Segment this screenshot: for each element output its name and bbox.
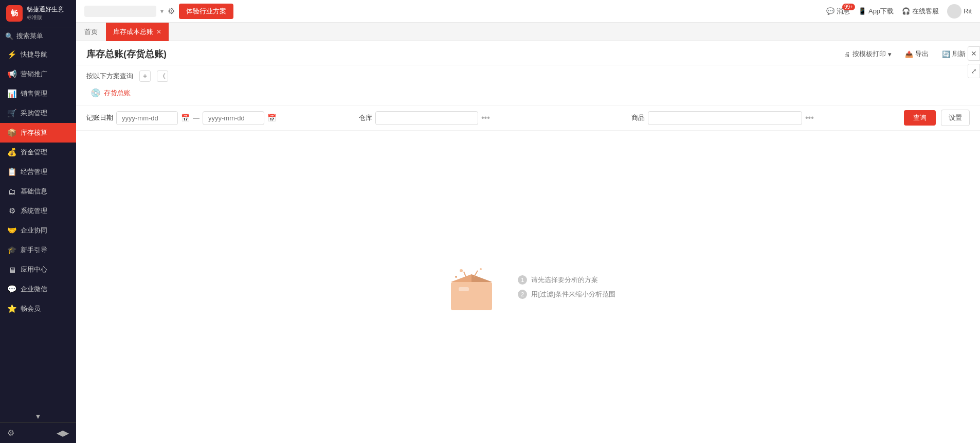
sidebar-item-basic[interactable]: 🗂 基础信息 [0, 182, 76, 201]
wechat-icon: 💬 [7, 285, 16, 294]
sidebar-item-purchase[interactable]: 🛒 采购管理 [0, 103, 76, 123]
date-label: 记账日期 [86, 113, 113, 122]
product-input[interactable] [648, 111, 802, 125]
expand-panel-btn[interactable]: ⤢ [968, 64, 980, 78]
date-from-calendar-icon[interactable]: 📅 [181, 114, 190, 122]
product-field-group: 商品 ••• [631, 111, 899, 125]
product-label: 商品 [631, 113, 645, 122]
sidebar-item-corp[interactable]: 🤝 企业协同 [0, 221, 76, 240]
phone-icon: 📱 [858, 7, 866, 15]
sidebar-item-label: 营销推广 [21, 69, 47, 79]
refresh-label: 刷新 [952, 49, 966, 59]
close-panel-btn[interactable]: ✕ [968, 46, 980, 61]
logo-text-block: 畅捷通好生意 标准版 [27, 6, 64, 21]
sidebar-item-label: 企业协同 [21, 226, 47, 235]
corp-icon: 🤝 [7, 226, 16, 235]
date-from-input[interactable] [116, 111, 178, 125]
user-menu[interactable]: Rit [947, 4, 972, 19]
online-service-action[interactable]: 🎧 在线客服 [902, 7, 939, 16]
filter-collapse-btn[interactable]: 《 [157, 70, 168, 82]
filter-schemes-row: 💿 存货总账 [86, 86, 970, 100]
date-field-group: 记账日期 📅 — 📅 [86, 111, 354, 125]
tab-inventory-ledger[interactable]: 库存成本总账 ✕ [106, 23, 169, 41]
sidebar-item-label: 新手引导 [21, 245, 47, 255]
industry-btn[interactable]: 体验行业方案 [179, 4, 233, 19]
sidebar-item-finance[interactable]: 💰 资金管理 [0, 143, 76, 162]
chevron-down-icon[interactable]: ▾ [160, 8, 164, 15]
product-more-btn[interactable]: ••• [805, 113, 814, 122]
sidebar-item-label: 基础信息 [21, 187, 47, 196]
tab-home[interactable]: 首页 [76, 23, 106, 41]
warehouse-input[interactable] [375, 111, 478, 125]
empty-tips: 1 请先选择要分析的方案 2 用[过滤]条件来缩小分析范围 [518, 275, 615, 299]
warehouse-label: 仓库 [359, 113, 372, 122]
filter-top: 按以下方案查询 ＋ 《 [86, 70, 970, 82]
svg-marker-1 [451, 274, 471, 282]
tab-label: 库存成本总账 [113, 27, 153, 37]
sidebar-item-apps[interactable]: 🖥 应用中心 [0, 260, 76, 279]
print-btn[interactable]: 🖨 按模板打印 ▾ [840, 47, 896, 61]
message-badge: 99+ [842, 4, 855, 10]
page-title: 库存总账(存货总账) [86, 48, 167, 60]
filter-add-btn[interactable]: ＋ [139, 70, 151, 82]
filter-scheme-item[interactable]: 💿 存货总账 [86, 86, 135, 100]
collapse-sidebar-btn[interactable]: ◀▶ [57, 428, 69, 438]
sidebar-item-label: 资金管理 [21, 148, 47, 157]
message-icon: 💬 [826, 7, 834, 15]
search-label: 搜索菜单 [16, 31, 43, 41]
operation-icon: 📋 [7, 167, 16, 176]
sidebar-item-marketing[interactable]: 📢 营销推广 [0, 64, 76, 84]
svg-point-7 [480, 268, 482, 270]
sidebar-nav: ⚡ 快捷导航 📢 营销推广 📊 销售管理 🛒 采购管理 📦 库存核算 💰 资金管… [0, 45, 76, 411]
filter-bar: 按以下方案查询 ＋ 《 💿 存货总账 [76, 65, 980, 105]
sidebar-scroll-down[interactable]: ▼ [0, 411, 76, 422]
query-btn[interactable]: 查询 [904, 110, 936, 126]
sidebar-search-item[interactable]: 🔍 搜索菜单 [0, 27, 76, 45]
top-bar: ▾ ⚙ 体验行业方案 💬 消息 99+ 📱 App下载 🎧 在线客服 Rit [76, 0, 980, 23]
sidebar-item-system[interactable]: ⚙ 系统管理 [0, 201, 76, 221]
refresh-btn[interactable]: 🔄 刷新 [938, 47, 970, 61]
empty-tip-1: 1 请先选择要分析的方案 [518, 275, 615, 285]
app-name: 畅捷通好生意 [27, 6, 64, 14]
marketing-icon: 📢 [7, 69, 16, 79]
app-download-action[interactable]: 📱 App下载 [858, 7, 894, 16]
sidebar-item-guide[interactable]: 🎓 新手引导 [0, 240, 76, 260]
tip-number-2: 2 [518, 290, 527, 299]
export-btn[interactable]: 📤 导出 [901, 47, 933, 61]
sidebar-item-shortcut[interactable]: ⚡ 快捷导航 [0, 45, 76, 64]
app-download-label: App下载 [868, 7, 894, 16]
sidebar-item-label: 快捷导航 [21, 50, 47, 59]
message-action[interactable]: 💬 消息 99+ [826, 7, 850, 16]
print-icon: 🖨 [844, 50, 850, 58]
settings-small-btn[interactable]: 设置 [941, 110, 970, 126]
svg-rect-3 [459, 287, 469, 291]
purchase-icon: 🛒 [7, 109, 16, 118]
date-separator: — [193, 114, 199, 122]
sidebar-item-wechat[interactable]: 💬 企业微信 [0, 279, 76, 299]
tab-close-btn[interactable]: ✕ [156, 28, 161, 36]
vip-icon: ⭐ [7, 304, 16, 313]
inventory-icon: 📦 [7, 128, 16, 137]
sidebar-item-operation[interactable]: 📋 经营管理 [0, 162, 76, 182]
topbar-settings-icon[interactable]: ⚙ [168, 6, 175, 16]
date-to-input[interactable] [203, 111, 264, 125]
date-to-calendar-icon[interactable]: 📅 [267, 114, 276, 122]
sidebar-footer: ⚙ ◀▶ [0, 422, 76, 443]
refresh-icon: 🔄 [942, 50, 950, 58]
fields-row: 记账日期 📅 — 📅 仓库 ••• 商品 ••• 查询 [76, 105, 980, 131]
right-panel-controls: ✕ ⤢ [968, 41, 980, 78]
sidebar-item-inventory[interactable]: 📦 库存核算 [0, 123, 76, 143]
breadcrumb-input[interactable] [84, 6, 156, 17]
warehouse-more-btn[interactable]: ••• [481, 113, 490, 122]
guide-icon: 🎓 [7, 245, 16, 255]
sidebar-item-vip[interactable]: ⭐ 畅会员 [0, 299, 76, 318]
sidebar-item-sales[interactable]: 📊 销售管理 [0, 84, 76, 103]
scheme-icon: 💿 [90, 88, 101, 98]
svg-point-6 [460, 269, 463, 272]
svg-rect-0 [451, 282, 492, 310]
sidebar-item-label: 应用中心 [21, 265, 47, 274]
sidebar-item-label: 系统管理 [21, 206, 47, 216]
system-icon: ⚙ [7, 206, 16, 216]
settings-footer-btn[interactable]: ⚙ [7, 428, 14, 438]
export-icon: 📤 [905, 50, 913, 58]
